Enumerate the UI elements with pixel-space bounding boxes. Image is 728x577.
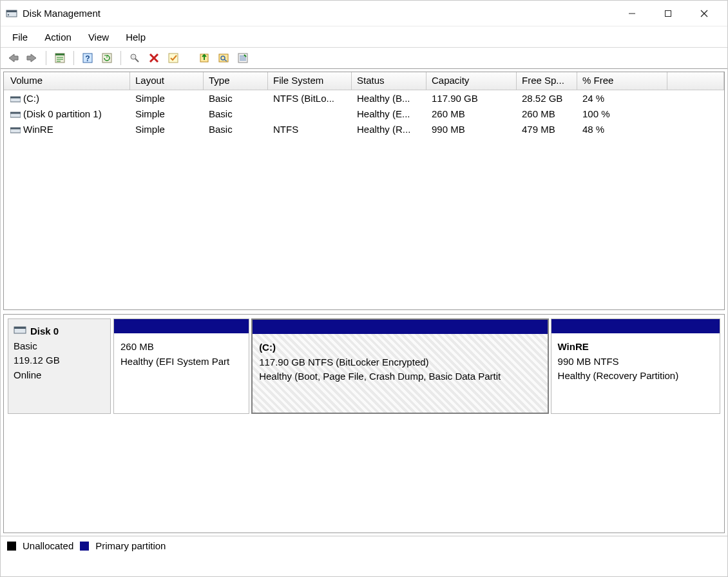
- volume-row[interactable]: (Disk 0 partition 1)SimpleBasicHealthy (…: [4, 106, 724, 121]
- close-button[interactable]: [686, 1, 722, 26]
- svg-text:?: ?: [85, 54, 90, 63]
- legend: Unallocated Primary partition: [1, 536, 727, 555]
- back-button[interactable]: [5, 50, 21, 66]
- minimize-button[interactable]: [614, 1, 650, 26]
- volume-list-header: Volume Layout Type File System Status Ca…: [4, 72, 724, 90]
- disk-name: Disk 0: [30, 324, 59, 339]
- window-controls: [614, 1, 722, 26]
- svg-rect-19: [169, 54, 178, 63]
- app-icon: [6, 8, 17, 19]
- export-icon[interactable]: [196, 50, 213, 66]
- settings-icon[interactable]: [235, 50, 251, 66]
- col-status[interactable]: Status: [352, 72, 426, 90]
- help-icon[interactable]: ?: [79, 50, 96, 66]
- menu-view[interactable]: View: [81, 29, 117, 45]
- svg-rect-8: [55, 54, 64, 55]
- maximize-button[interactable]: [650, 1, 686, 26]
- refresh-icon[interactable]: [99, 50, 115, 66]
- disk-partitions: 260 MBHealthy (EFI System Part(C:)117.90…: [113, 318, 720, 414]
- col-capacity[interactable]: Capacity: [426, 72, 517, 90]
- col-filesystem[interactable]: File System: [268, 72, 352, 90]
- legend-primary-label: Primary partition: [95, 540, 166, 551]
- legend-primary-swatch: [80, 542, 89, 551]
- menu-help[interactable]: Help: [118, 29, 153, 45]
- volume-rows: (C:)SimpleBasicNTFS (BitLo...Healthy (B.…: [4, 90, 724, 309]
- svg-rect-4: [666, 10, 671, 16]
- partition[interactable]: WinRE990 MB NTFSHealthy (Recovery Partit…: [551, 318, 720, 414]
- disk-graphical-pane: Disk 0 Basic 119.12 GB Online 260 MBHeal…: [3, 314, 725, 533]
- apply-icon[interactable]: [165, 50, 182, 66]
- svg-point-15: [131, 54, 136, 59]
- svg-line-16: [135, 59, 139, 62]
- delete-icon[interactable]: [146, 50, 162, 66]
- partition-color-bar: [253, 320, 547, 334]
- toolbar: ?: [1, 47, 727, 69]
- svg-rect-33: [10, 128, 21, 130]
- svg-point-2: [8, 14, 9, 15]
- partition[interactable]: (C:)117.90 GB NTFS (BitLocker Encrypted)…: [251, 318, 548, 414]
- window-title: Disk Management: [23, 8, 101, 19]
- disk-info[interactable]: Disk 0 Basic 119.12 GB Online: [8, 318, 111, 414]
- menu-file[interactable]: File: [5, 29, 35, 45]
- col-volume[interactable]: Volume: [4, 72, 130, 90]
- properties-icon[interactable]: [52, 50, 68, 66]
- col-pct-free[interactable]: % Free: [577, 72, 667, 90]
- zoom-icon[interactable]: [215, 50, 232, 66]
- partition[interactable]: 260 MBHealthy (EFI System Part: [113, 318, 249, 414]
- disk-size: 119.12 GB: [14, 353, 105, 368]
- col-free-space[interactable]: Free Sp...: [517, 72, 577, 90]
- volume-list: Volume Layout Type File System Status Ca…: [3, 72, 725, 310]
- menubar: File Action View Help: [1, 26, 727, 47]
- titlebar: Disk Management: [1, 1, 727, 26]
- volume-row[interactable]: WinRESimpleBasicNTFSHealthy (R...990 MB4…: [4, 121, 724, 137]
- legend-unallocated-swatch: [7, 542, 16, 551]
- menu-action[interactable]: Action: [37, 29, 79, 45]
- volume-row[interactable]: (C:)SimpleBasicNTFS (BitLo...Healthy (B.…: [4, 90, 724, 106]
- disk-icon: [14, 324, 26, 339]
- col-blank[interactable]: [667, 72, 724, 90]
- disk-row: Disk 0 Basic 119.12 GB Online 260 MBHeal…: [8, 318, 720, 414]
- find-icon[interactable]: [126, 50, 143, 66]
- svg-rect-1: [6, 10, 17, 12]
- disk-type: Basic: [14, 339, 105, 354]
- partition-color-bar: [114, 319, 249, 333]
- svg-rect-31: [10, 112, 21, 114]
- col-type[interactable]: Type: [204, 72, 268, 90]
- forward-button[interactable]: [24, 50, 41, 66]
- disk-state: Online: [14, 368, 105, 383]
- legend-unallocated-label: Unallocated: [23, 540, 73, 551]
- svg-rect-29: [10, 97, 21, 99]
- svg-rect-35: [14, 327, 26, 329]
- partition-color-bar: [551, 319, 720, 333]
- col-layout[interactable]: Layout: [130, 72, 204, 90]
